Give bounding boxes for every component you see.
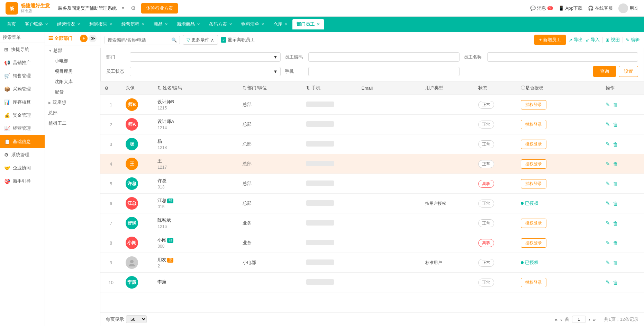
- query-button[interactable]: 查询: [593, 66, 616, 77]
- search-input[interactable]: [108, 37, 170, 43]
- sidebar-item-finance[interactable]: 💰 资金管理: [0, 109, 45, 122]
- warehouse-close-icon[interactable]: ✕: [284, 22, 288, 27]
- sidebar-item-system[interactable]: ⚙ 系统管理: [0, 148, 45, 161]
- row-edit-button[interactable]: ✎: [606, 180, 610, 187]
- page-number-input[interactable]: [572, 316, 586, 323]
- page-size-select[interactable]: 50 100: [126, 315, 147, 323]
- nav-add-goods[interactable]: 新增商品 ✕: [173, 19, 204, 29]
- dept-tree-hq2[interactable]: 总部: [45, 108, 100, 118]
- row-edit-button[interactable]: ✎: [606, 240, 610, 246]
- filter-emp-code-input[interactable]: [308, 52, 459, 62]
- sys-title-dropdown-icon[interactable]: ▼: [121, 6, 125, 11]
- last-page-btn[interactable]: »: [593, 317, 596, 322]
- export-button[interactable]: ↗ 导出: [569, 37, 583, 43]
- row-edit-button[interactable]: ✎: [606, 161, 610, 167]
- auth-login-button[interactable]: 授权登录: [521, 179, 546, 188]
- sidebar-item-sales[interactable]: 🛒 销售管理: [0, 69, 45, 82]
- profit-close-icon[interactable]: ✕: [109, 22, 112, 27]
- add-employee-button[interactable]: + 新增员工: [534, 35, 566, 45]
- sidebar-item-operations[interactable]: 📈 经营管理: [0, 122, 45, 135]
- next-page-btn[interactable]: ›: [589, 317, 590, 322]
- nav-profit[interactable]: 利润报告 ✕: [85, 19, 117, 29]
- reset-button[interactable]: 设置: [619, 66, 638, 77]
- dept-tree-project-room[interactable]: 项目库房: [45, 66, 100, 77]
- add-goods-close-icon[interactable]: ✕: [197, 22, 200, 27]
- row-delete-button[interactable]: 🗑: [613, 201, 618, 206]
- nav-dept-staff[interactable]: 部门员工 ✕: [292, 19, 324, 29]
- row-edit-button[interactable]: ✎: [606, 121, 610, 127]
- dept-tree-double-think[interactable]: ▶ 双座想: [45, 97, 100, 108]
- show-resigned-toggle[interactable]: ✓ 显示离职员工: [221, 37, 255, 43]
- dept-add-btn[interactable]: +: [80, 35, 88, 42]
- barcode-close-icon[interactable]: ✕: [229, 22, 232, 27]
- filter-phone-input[interactable]: [308, 67, 459, 76]
- sidebar-search-input[interactable]: [3, 35, 45, 40]
- goods-close-icon[interactable]: ✕: [165, 22, 168, 27]
- sidebar-item-newbie[interactable]: 🎯 新手引导: [0, 175, 45, 188]
- col-settings[interactable]: ⚙: [100, 81, 121, 95]
- row-delete-button[interactable]: 🗑: [613, 280, 618, 285]
- row-delete-button[interactable]: 🗑: [613, 220, 618, 226]
- prev-page-btn[interactable]: ‹: [560, 317, 562, 322]
- sidebar-item-purchase[interactable]: 📦 采购管理: [0, 82, 45, 96]
- economy-close-icon[interactable]: ✕: [77, 22, 80, 27]
- material-close-icon[interactable]: ✕: [261, 22, 264, 27]
- online-service-btn[interactable]: 🎧 在线客服: [588, 5, 613, 11]
- nav-material[interactable]: 物料清单 ✕: [237, 19, 269, 29]
- sidebar-item-quick-nav[interactable]: ⊞ 快捷导航: [0, 43, 45, 56]
- nav-customer[interactable]: 客户联络 ✕: [21, 19, 52, 29]
- row-delete-button[interactable]: 🗑: [613, 161, 618, 167]
- sidebar-item-inventory[interactable]: 📊 库存核算: [0, 96, 45, 109]
- edit-button[interactable]: ✎ 编辑: [626, 37, 640, 43]
- filter-dept-select[interactable]: ▼: [130, 52, 281, 62]
- filter-status-select[interactable]: ▼: [130, 67, 281, 76]
- trial-button[interactable]: 体验行业方案: [141, 3, 178, 14]
- auth-login-button[interactable]: 授权登录: [521, 140, 546, 149]
- col-phone[interactable]: ⇅ 手机: [302, 81, 357, 95]
- row-edit-button[interactable]: ✎: [606, 259, 610, 266]
- nav-warehouse[interactable]: 仓库 ✕: [269, 19, 292, 29]
- row-delete-button[interactable]: 🗑: [613, 102, 618, 108]
- col-name[interactable]: ⇅ 姓名/编码: [153, 81, 238, 95]
- col-dept[interactable]: ⇅ 部门/职位: [238, 81, 302, 95]
- app-download-btn[interactable]: 📱 App下载: [559, 5, 582, 11]
- sidebar-item-enterprise[interactable]: 🤝 企业协同: [0, 161, 45, 175]
- row-delete-button[interactable]: 🗑: [613, 260, 618, 266]
- row-edit-button[interactable]: ✎: [606, 279, 610, 285]
- auth-login-button[interactable]: 授权登录: [521, 278, 546, 287]
- row-edit-button[interactable]: ✎: [606, 220, 610, 226]
- dept-tree-shenyang[interactable]: 沈阳大库: [45, 77, 100, 87]
- gear-icon[interactable]: ⚙: [131, 5, 136, 11]
- sidebar-item-basic-info[interactable]: 📋 基础信息: [0, 135, 45, 148]
- auth-login-button[interactable]: 授权登录: [521, 159, 546, 169]
- dept-tree-hq-parent[interactable]: ▼ 总部: [45, 45, 100, 56]
- row-edit-button[interactable]: ✎: [606, 102, 610, 108]
- customer-close-icon[interactable]: ✕: [45, 22, 48, 27]
- row-delete-button[interactable]: 🗑: [613, 141, 618, 147]
- dept-tree-delivery[interactable]: 配货: [45, 87, 100, 97]
- filter-more-btn[interactable]: ▽ 更多条件 ∧: [183, 35, 218, 45]
- auth-login-button[interactable]: 授权登录: [521, 238, 546, 248]
- sidebar-item-marketing[interactable]: 📢 营销推广: [0, 56, 45, 69]
- view-button[interactable]: ⊞ 视图: [606, 37, 620, 43]
- import-button[interactable]: ↙ 导入: [586, 37, 600, 43]
- dept-tree-plant-king[interactable]: 植树王二: [45, 118, 100, 129]
- row-edit-button[interactable]: ✎: [606, 200, 610, 206]
- row-delete-button[interactable]: 🗑: [613, 181, 618, 187]
- filter-emp-name-input[interactable]: [487, 52, 638, 62]
- nav-home[interactable]: 首页: [3, 19, 20, 29]
- auth-login-button[interactable]: 授权登录: [521, 219, 546, 228]
- first-page-btn[interactable]: «: [555, 317, 557, 322]
- row-edit-button[interactable]: ✎: [606, 141, 610, 147]
- dept-staff-close-icon[interactable]: ✕: [317, 22, 320, 27]
- user-area[interactable]: 用友: [618, 3, 638, 13]
- row-delete-button[interactable]: 🗑: [613, 122, 618, 127]
- auth-login-button[interactable]: 授权登录: [521, 120, 546, 129]
- row-delete-button[interactable]: 🗑: [613, 240, 618, 246]
- nav-economy[interactable]: 经营情况 ✕: [53, 19, 84, 29]
- nav-goods[interactable]: 商品 ✕: [149, 19, 172, 29]
- process-close-icon[interactable]: ✕: [142, 22, 145, 27]
- dept-collapse-btn[interactable]: ≫: [89, 35, 97, 42]
- dept-tree-small-elec[interactable]: 小电部: [45, 56, 100, 66]
- nav-process[interactable]: 经营历程 ✕: [117, 19, 149, 29]
